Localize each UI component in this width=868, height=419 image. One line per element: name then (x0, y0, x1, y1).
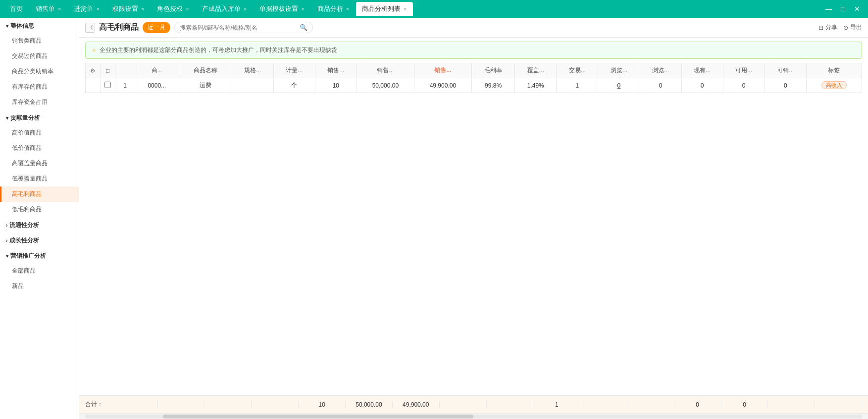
cell-check[interactable] (101, 78, 115, 93)
sidebar-item-high-margin[interactable]: 高毛利商品 (0, 186, 79, 202)
cell-saleable: 0 (765, 78, 806, 93)
col-header-trade[interactable]: 交易... (557, 63, 598, 78)
tab-home[interactable]: 首页 (4, 2, 29, 16)
close-icon[interactable]: × (141, 6, 144, 12)
cell-browse1[interactable]: 0 (598, 78, 640, 93)
tab-purchase[interactable]: 进货单 × (68, 2, 105, 16)
search-input[interactable] (180, 24, 298, 31)
cell-code: 0000... (135, 78, 179, 93)
col-header-code[interactable]: 商... (135, 63, 179, 78)
tab-role[interactable]: 角色授权 × (151, 2, 195, 16)
sidebar-item-all-goods[interactable]: 全部商品 (0, 263, 79, 279)
col-header-settings[interactable]: ⚙ (86, 63, 101, 78)
export-icon: ⊙ (843, 24, 848, 31)
bulb-icon: ✧ (92, 47, 97, 54)
tab-permission[interactable]: 权限设置 × (106, 2, 150, 16)
sidebar-item-stocked-goods[interactable]: 有库存的商品 (0, 79, 79, 94)
sidebar-group-overall[interactable]: ▾ 整体信息 (0, 18, 79, 33)
cell-sales-count: 10 (315, 78, 357, 93)
close-icon[interactable]: × (96, 6, 99, 12)
minimize-button[interactable]: — (821, 4, 836, 14)
share-button[interactable]: ⊡ 分享 (818, 23, 837, 32)
cell-index: 1 (115, 78, 135, 93)
col-header-browse1[interactable]: 浏览... (598, 63, 640, 78)
sidebar-group-liquidity[interactable]: › 流通性分析 (0, 217, 79, 233)
col-header-browse2[interactable]: 浏览... (640, 63, 681, 78)
tag-badge: 高收入 (821, 81, 847, 89)
footer-cell-empty3 (205, 401, 252, 408)
footer-cell-browse1 (580, 401, 627, 408)
footer-cell-available: 0 (721, 401, 768, 408)
footer-cell-margin (440, 401, 487, 408)
cell-settings (86, 78, 101, 93)
window-close-button[interactable]: ✕ (850, 4, 864, 14)
col-header-check[interactable]: □ (101, 63, 115, 78)
sidebar-item-new-goods[interactable]: 新品 (0, 279, 79, 294)
close-icon[interactable]: × (301, 6, 304, 12)
cell-spec (232, 78, 273, 93)
content-header: 《 高毛利商品 近一月 🔍 ⊡ 分享 ⊙ 导出 (79, 18, 868, 38)
tab-product-analysis[interactable]: 商品分析 × (311, 2, 355, 16)
col-header-gross-margin[interactable]: 毛利率 (471, 63, 514, 78)
cell-coverage: 1.49% (515, 78, 557, 93)
sidebar-item-low-value[interactable]: 低价值商品 (0, 140, 79, 156)
tab-product-analysis-list[interactable]: 商品分析列表 × (356, 2, 412, 16)
sidebar-item-high-value[interactable]: 高价值商品 (0, 125, 79, 140)
col-header-sales-amount[interactable]: 销售... (357, 63, 414, 78)
col-header-index (115, 63, 135, 78)
sidebar-group-contribution[interactable]: ▾ 贡献量分析 (0, 110, 79, 125)
page-title: 高毛利商品 (99, 22, 139, 33)
maximize-button[interactable]: □ (837, 4, 849, 14)
date-filter-button[interactable]: 近一月 (143, 22, 170, 33)
close-icon[interactable]: × (58, 6, 61, 12)
sidebar-item-high-coverage[interactable]: 高覆盖量商品 (0, 156, 79, 171)
close-icon[interactable]: × (186, 6, 189, 12)
chevron-down-icon: ▾ (6, 253, 8, 259)
sidebar-item-traded-goods[interactable]: 交易过的商品 (0, 48, 79, 64)
col-header-unit[interactable]: 计量... (273, 63, 315, 78)
close-icon[interactable]: × (346, 6, 349, 12)
close-icon[interactable]: × (404, 6, 407, 12)
sidebar-item-low-coverage[interactable]: 低覆盖量商品 (0, 171, 79, 186)
chevron-down-icon: ▾ (6, 115, 8, 121)
sidebar-group-growth[interactable]: › 成长性分析 (0, 233, 79, 248)
collapse-sidebar-button[interactable]: 《 (85, 23, 95, 33)
sidebar-item-stock-capital[interactable]: 库存资金占用 (0, 94, 79, 110)
col-header-saleable[interactable]: 可销... (765, 63, 806, 78)
tab-sales[interactable]: 销售单 × (30, 2, 67, 16)
col-header-available[interactable]: 可用... (723, 63, 765, 78)
col-header-sales-count[interactable]: 销售... (315, 63, 357, 78)
export-button[interactable]: ⊙ 导出 (843, 23, 862, 32)
col-header-sales-profit[interactable]: 销售... (414, 63, 471, 78)
search-icon[interactable]: 🔍 (300, 24, 307, 31)
scrollbar-track (85, 415, 862, 419)
sidebar-item-category-rate[interactable]: 商品分类助销率 (0, 64, 79, 79)
table-row: 1 0000... 运费 个 10 50,000.00 49,900.00 99… (86, 78, 862, 93)
horizontal-scrollbar[interactable] (79, 413, 868, 419)
sidebar-group-marketing[interactable]: ▾ 营销推广分析 (0, 248, 79, 263)
footer-cell-sales-profit: 49,900.00 (393, 401, 440, 408)
table-wrapper[interactable]: ⚙ □ 商... 商品名称 规格... 计量... (79, 63, 868, 395)
scrollbar-thumb[interactable] (163, 415, 474, 419)
cell-browse2: 0 (640, 78, 681, 93)
col-header-coverage[interactable]: 覆盖... (515, 63, 557, 78)
data-table: ⚙ □ 商... 商品名称 规格... 计量... (85, 63, 862, 93)
content-area: 《 高毛利商品 近一月 🔍 ⊡ 分享 ⊙ 导出 ✧ 企业的主要的利润都是这部 (79, 18, 868, 419)
col-header-name[interactable]: 商品名称 (179, 63, 232, 78)
cell-sales-amount: 50,000.00 (357, 78, 414, 93)
tab-template[interactable]: 单据模板设置 × (254, 2, 310, 16)
sidebar-item-low-margin[interactable]: 低毛利商品 (0, 202, 79, 217)
row-checkbox[interactable] (104, 82, 111, 88)
footer-cell-sales-count: 10 (299, 401, 346, 408)
footer-cell-stock: 0 (674, 401, 721, 408)
col-header-current-stock[interactable]: 现有... (681, 63, 723, 78)
tab-production[interactable]: 产成品入库单 × (196, 2, 253, 16)
header-actions: ⊡ 分享 ⊙ 导出 (818, 23, 862, 32)
col-header-tag[interactable]: 标签 (806, 63, 862, 78)
sidebar-item-sales-goods[interactable]: 销售类商品 (0, 33, 79, 48)
col-header-spec[interactable]: 规格... (232, 63, 273, 78)
footer-label: 合计： (85, 400, 103, 409)
close-icon[interactable]: × (244, 6, 247, 12)
sidebar: ▾ 整体信息 销售类商品 交易过的商品 商品分类助销率 有库存的商品 库存资金占… (0, 18, 79, 419)
cell-current-stock: 0 (681, 78, 723, 93)
